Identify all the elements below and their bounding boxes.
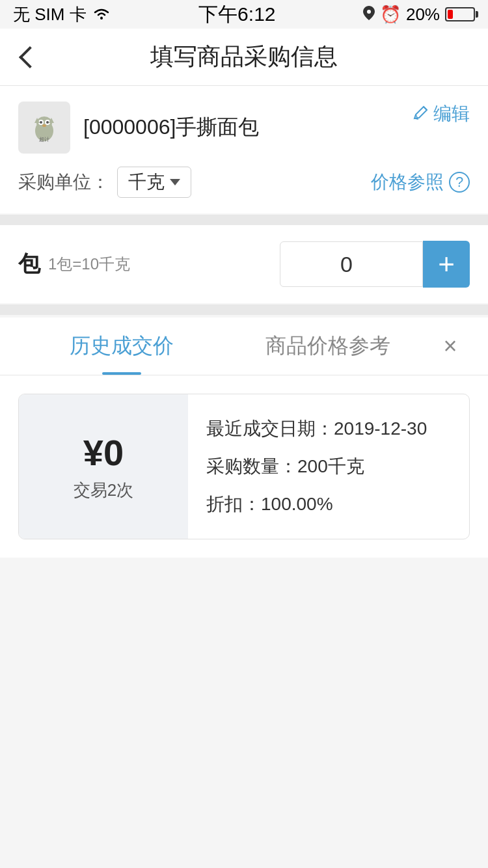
alarm-icon: ⏰	[380, 5, 401, 25]
quantity-plus-button[interactable]: +	[423, 241, 470, 288]
price-recent-date-row: 最近成交日期：2019-12-30	[206, 415, 451, 442]
dropdown-arrow-icon	[170, 179, 180, 185]
svg-text:超计: 超计	[39, 137, 49, 142]
status-left: 无 SIM 卡	[13, 3, 111, 26]
price-discount-row: 折扣：100.00%	[206, 491, 451, 518]
close-icon: ×	[443, 332, 457, 360]
svg-point-8	[42, 124, 46, 127]
price-ref-label: 价格参照	[371, 170, 444, 195]
edit-button[interactable]: 编辑	[413, 102, 470, 126]
quantity-label: 包 1包=10千克	[18, 249, 130, 279]
quantity-input-group: +	[280, 241, 470, 288]
edit-icon	[413, 105, 429, 122]
quantity-row: 包 1包=10千克 +	[0, 225, 488, 303]
svg-point-0	[100, 17, 103, 20]
recent-date-label: 最近成交日期：	[206, 418, 334, 439]
product-left: 超计 [0000006]手撕面包	[18, 102, 259, 154]
discount-value: 100.00%	[261, 494, 333, 514]
purchase-qty-value: 200千克	[297, 456, 364, 476]
main-content: 超计 [0000006]手撕面包 编辑 采购单位： 千克	[0, 86, 488, 671]
tab-section: 历史成交价 商品价格参考 × ¥0 交易2次 最近成交日期：2019-12-30	[0, 318, 488, 558]
price-card: ¥0 交易2次 最近成交日期：2019-12-30 采购数量：200千克 折扣：…	[18, 394, 470, 539]
tab-product-price-ref-label: 商品价格参考	[265, 332, 390, 360]
time-label: 下午6:12	[198, 1, 275, 28]
unit-select[interactable]: 千克	[117, 167, 191, 198]
product-name: [0000006]手撕面包	[83, 113, 259, 142]
section-divider-2	[0, 305, 488, 315]
help-icon: ?	[449, 172, 470, 193]
section-divider	[0, 215, 488, 225]
svg-point-7	[46, 121, 49, 124]
purchase-qty-label: 采购数量：	[206, 456, 297, 476]
quantity-input[interactable]	[280, 241, 423, 287]
price-times: 交易2次	[74, 479, 133, 502]
owl-icon: 超计	[28, 111, 61, 144]
page-title: 填写商品采购信息	[150, 41, 338, 73]
price-card-right: 最近成交日期：2019-12-30 采购数量：200千克 折扣：100.00%	[188, 394, 469, 539]
status-bar: 无 SIM 卡 下午6:12 ⏰ 20%	[0, 0, 488, 29]
product-thumbnail: 超计	[18, 102, 70, 154]
wifi-icon	[92, 5, 111, 25]
tab-close-button[interactable]: ×	[431, 318, 470, 375]
svg-point-1	[367, 10, 371, 14]
price-card-left: ¥0 交易2次	[19, 394, 188, 539]
price-ref-button[interactable]: 价格参照 ?	[371, 170, 470, 195]
unit-value: 千克	[128, 170, 165, 195]
price-purchase-qty-row: 采购数量：200千克	[206, 453, 451, 480]
tab-history-price-label: 历史成交价	[70, 332, 174, 360]
product-header: 超计 [0000006]手撕面包 编辑	[18, 102, 470, 154]
carrier-label: 无 SIM 卡	[13, 3, 87, 26]
unit-label: 采购单位：	[18, 170, 109, 195]
price-cards: ¥0 交易2次 最近成交日期：2019-12-30 采购数量：200千克 折扣：…	[0, 375, 488, 558]
tab-history-price[interactable]: 历史成交价	[18, 318, 224, 375]
status-right: ⏰ 20%	[363, 5, 475, 25]
plus-icon: +	[438, 248, 455, 280]
battery-icon	[445, 7, 475, 21]
price-amount: ¥0	[83, 431, 124, 474]
product-unit-row: 采购单位： 千克 价格参照 ?	[18, 167, 470, 198]
navbar: 填写商品采购信息	[0, 29, 488, 86]
recent-date-value: 2019-12-30	[334, 418, 427, 439]
tab-bar: 历史成交价 商品价格参考 ×	[0, 318, 488, 375]
product-card: 超计 [0000006]手撕面包 编辑 采购单位： 千克	[0, 86, 488, 213]
battery-percent: 20%	[406, 5, 440, 25]
back-arrow-icon	[19, 46, 41, 68]
tab-product-price-ref[interactable]: 商品价格参考	[224, 318, 431, 375]
edit-label: 编辑	[433, 102, 470, 126]
back-button[interactable]	[0, 29, 52, 86]
svg-point-6	[40, 121, 42, 124]
quantity-conversion: 1包=10千克	[48, 254, 130, 275]
discount-label: 折扣：	[206, 494, 261, 514]
quantity-unit: 包	[18, 249, 40, 279]
location-icon	[363, 5, 375, 25]
